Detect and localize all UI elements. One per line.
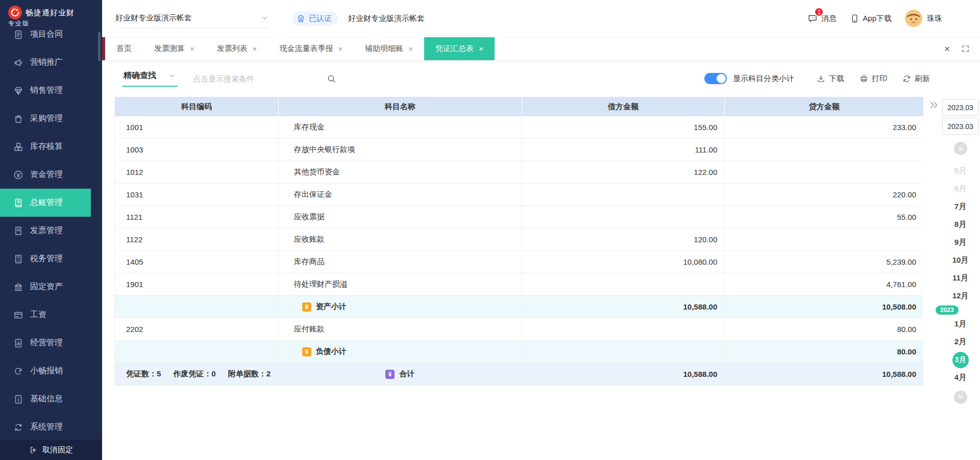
sidebar-item-label: 项目合同 bbox=[30, 29, 63, 40]
sidebar-item-label: 税务管理 bbox=[30, 253, 63, 264]
sidebar-item-总账管理[interactable]: 总账管理 bbox=[0, 189, 91, 217]
month-5月[interactable]: 5月 bbox=[941, 162, 980, 180]
sidebar-item-销售管理[interactable]: 销售管理 bbox=[0, 76, 91, 105]
debit-amount: 122.00 bbox=[522, 161, 725, 183]
sidebar-item-税务管理[interactable]: 税务管理 bbox=[0, 245, 91, 273]
sidebar-item-label: 固定资产 bbox=[30, 282, 63, 292]
subtotal-row[interactable]: ¥负债小计80.00 bbox=[115, 341, 923, 363]
sidebar-item-label: 工资 bbox=[30, 310, 46, 320]
tab-现金流量表季报[interactable]: 现金流量表季报× bbox=[268, 37, 354, 60]
phone-icon bbox=[850, 14, 860, 23]
tab-close-icon[interactable]: × bbox=[338, 45, 343, 53]
column-header-贷方金额[interactable]: 贷方金额 bbox=[725, 97, 923, 116]
tab-close-icon[interactable]: × bbox=[190, 45, 194, 53]
download-button[interactable]: 下载 bbox=[817, 74, 844, 84]
sidebar-item-小畅报销[interactable]: 小畅报销 bbox=[0, 357, 91, 385]
account-row[interactable]: 1901待处理财产损溢4,761.00 bbox=[115, 273, 923, 296]
debit-amount: 120.00 bbox=[522, 228, 725, 250]
scroll-months-down-button[interactable] bbox=[954, 391, 967, 404]
period-box-2[interactable]: 2023.03 bbox=[942, 118, 979, 135]
messages-button[interactable]: 1 消息 bbox=[807, 13, 837, 23]
month-1月[interactable]: 1月 bbox=[941, 315, 980, 333]
column-header-借方金额[interactable]: 借方金额 bbox=[522, 97, 725, 116]
search-input[interactable] bbox=[193, 74, 327, 83]
refresh-button[interactable]: 刷新 bbox=[902, 74, 930, 84]
month-3月[interactable]: 3月 bbox=[941, 351, 980, 369]
column-header-科目名称[interactable]: 科目名称 bbox=[279, 97, 522, 116]
account-row[interactable]: 1031存出保证金220.00 bbox=[115, 184, 923, 206]
tab-辅助明细账[interactable]: 辅助明细账× bbox=[354, 37, 424, 60]
sidebar-item-基础信息[interactable]: 基础信息 bbox=[0, 385, 91, 413]
tab-发票测算[interactable]: 发票测算× bbox=[143, 37, 206, 60]
sidebar-item-系统管理[interactable]: 系统管理 bbox=[0, 413, 91, 440]
month-2月[interactable]: 2月 bbox=[941, 333, 980, 351]
swirl-icon bbox=[13, 366, 23, 376]
sidebar-item-资金管理[interactable]: 资金管理 bbox=[0, 161, 91, 189]
month-9月[interactable]: 9月 bbox=[941, 234, 980, 251]
month-8月[interactable]: 8月 bbox=[941, 216, 980, 234]
sidebar-item-项目合同[interactable]: 项目合同 bbox=[0, 29, 91, 48]
chart-doc-icon bbox=[13, 338, 23, 348]
month-6月[interactable]: 6月 bbox=[941, 180, 980, 198]
debit-amount bbox=[522, 341, 725, 363]
calc-icon bbox=[13, 254, 23, 264]
account-row[interactable]: 1405库存商品10,080.005,239.00 bbox=[115, 251, 923, 273]
subtotal-row[interactable]: ¥资产小计10,588.0010,508.00 bbox=[115, 296, 923, 318]
sidebar-item-采购管理[interactable]: 采购管理 bbox=[0, 105, 91, 133]
month-12月[interactable]: 12月 bbox=[941, 287, 980, 305]
tab-label: 凭证汇总表 bbox=[435, 44, 474, 54]
month-10月[interactable]: 10月 bbox=[941, 251, 980, 269]
printer-icon bbox=[860, 74, 868, 83]
close-tab-icon[interactable]: × bbox=[944, 44, 950, 54]
bank-icon bbox=[13, 282, 23, 292]
account-name: ¥资产小计 bbox=[279, 296, 522, 318]
column-header-科目编码[interactable]: 科目编码 bbox=[115, 97, 279, 116]
unpin-sidebar-button[interactable]: 取消固定 bbox=[0, 440, 102, 460]
account-code bbox=[115, 296, 279, 318]
account-row[interactable]: 1003存放中央银行款项111.00 bbox=[115, 139, 923, 161]
tab-凭证汇总表[interactable]: 凭证汇总表× bbox=[424, 37, 495, 60]
search-mode-select[interactable]: 精确查找 bbox=[122, 70, 178, 87]
print-button[interactable]: 打印 bbox=[860, 74, 887, 84]
account-name: 应付账款 bbox=[279, 318, 522, 340]
tab-首页[interactable]: 首页 bbox=[105, 37, 143, 60]
date-panel-collapse-icon[interactable] bbox=[928, 99, 939, 111]
sidebar-item-经营管理[interactable]: 经营管理 bbox=[0, 329, 91, 357]
sidebar-item-发票管理[interactable]: 发票管理 bbox=[0, 217, 91, 245]
subtotal-toggle[interactable] bbox=[704, 73, 727, 84]
fullscreen-icon[interactable] bbox=[961, 44, 970, 53]
sidebar-item-营销推广[interactable]: 营销推广 bbox=[0, 48, 91, 76]
tab-close-icon[interactable]: × bbox=[479, 45, 483, 53]
sidebar-item-label: 基础信息 bbox=[30, 394, 63, 404]
user-menu[interactable]: 珠珠 bbox=[905, 10, 942, 27]
tab-close-icon[interactable]: × bbox=[408, 45, 413, 53]
account-row[interactable]: 1012其他货币资金122.00 bbox=[115, 161, 923, 184]
month-7月[interactable]: 7月 bbox=[941, 198, 980, 216]
period-box-1[interactable]: 2023.03 bbox=[942, 99, 979, 116]
sidebar-scrollbar-thumb[interactable] bbox=[98, 32, 101, 61]
account-row[interactable]: 1001库存现金155.00233.00 bbox=[115, 116, 923, 139]
receipt-icon bbox=[13, 226, 23, 236]
month-4月[interactable]: 4月 bbox=[941, 369, 980, 387]
bag-icon bbox=[13, 114, 23, 124]
debit-amount: 10,080.00 bbox=[522, 251, 725, 273]
tab-close-icon[interactable]: × bbox=[253, 45, 257, 53]
tab-发票列表[interactable]: 发票列表× bbox=[206, 37, 268, 60]
sidebar-item-label: 总账管理 bbox=[30, 197, 63, 208]
credit-amount: 233.00 bbox=[725, 116, 923, 138]
month-11月[interactable]: 11月 bbox=[941, 269, 980, 287]
search-icon[interactable] bbox=[327, 74, 336, 84]
sidebar-item-固定资产[interactable]: 固定资产 bbox=[0, 273, 91, 301]
scroll-months-up-button[interactable] bbox=[954, 142, 967, 155]
account-set-select[interactable]: 好业财专业版演示帐套 bbox=[115, 8, 268, 29]
account-row[interactable]: 1122应收账款120.00 bbox=[115, 228, 923, 251]
megaphone-icon bbox=[13, 58, 23, 68]
sidebar-item-label: 系统管理 bbox=[30, 422, 63, 432]
app-download-button[interactable]: App下载 bbox=[850, 14, 892, 23]
sidebar-item-库存核算[interactable]: 库存核算 bbox=[0, 133, 91, 161]
sidebar-item-工资[interactable]: 工资 bbox=[0, 301, 91, 329]
account-set-value: 好业财专业版演示帐套 bbox=[115, 13, 192, 23]
account-row[interactable]: 2202应付账款80.00 bbox=[115, 318, 923, 341]
account-row[interactable]: 1121应收票据55.00 bbox=[115, 206, 923, 228]
debit-amount: 155.00 bbox=[522, 116, 725, 138]
